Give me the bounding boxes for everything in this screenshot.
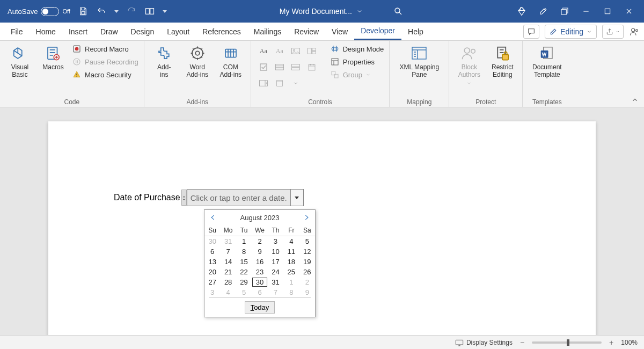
tab-insert[interactable]: Insert — [62, 23, 94, 40]
calendar-day[interactable]: 31 — [220, 236, 236, 246]
calendar-day[interactable]: 21 — [220, 267, 236, 277]
undo-icon[interactable] — [96, 6, 107, 17]
brush-icon[interactable] — [538, 6, 548, 17]
tab-developer[interactable]: Developer — [354, 23, 401, 40]
combo-box-cc-icon[interactable] — [273, 60, 287, 74]
editing-mode-button[interactable]: Editing — [545, 25, 597, 39]
zoom-slider[interactable] — [532, 341, 602, 344]
design-mode-button[interactable]: Design Mode — [330, 44, 384, 54]
zoom-out-button[interactable]: − — [520, 338, 524, 347]
calendar-day[interactable]: 16 — [252, 257, 267, 267]
calendar-day[interactable]: 6 — [204, 246, 220, 257]
tab-help[interactable]: Help — [401, 23, 430, 40]
calendar-day[interactable]: 30 — [204, 236, 220, 246]
calendar-day[interactable]: 20 — [204, 267, 220, 277]
tab-view[interactable]: View — [325, 23, 354, 40]
calendar-day[interactable]: 25 — [283, 267, 299, 277]
restore-down-icon[interactable] — [559, 6, 570, 17]
calendar-day[interactable]: 28 — [220, 277, 236, 287]
content-control-handle[interactable] — [181, 190, 187, 206]
calendar-day[interactable]: 7 — [220, 246, 236, 257]
document-page[interactable]: Date of Purchase Click or tap to enter a… — [48, 121, 596, 335]
checkbox-cc-icon[interactable] — [257, 60, 270, 74]
plain-text-cc-icon[interactable]: Aa — [273, 44, 287, 58]
calendar-day[interactable]: 8 — [236, 246, 252, 257]
calendar-day[interactable]: 2 — [252, 236, 267, 246]
calendar-day[interactable]: 18 — [283, 257, 299, 267]
tab-layout[interactable]: Layout — [160, 23, 196, 40]
quick-access-icon[interactable] — [144, 6, 155, 17]
macros-button[interactable]: Macros — [39, 43, 68, 71]
undo-caret-icon[interactable] — [114, 10, 119, 13]
calendar-day[interactable]: 15 — [236, 257, 252, 267]
calendar-day[interactable]: 6 — [252, 287, 267, 297]
calendar-day[interactable]: 5 — [299, 236, 315, 246]
record-macro-button[interactable]: Record Macro — [72, 44, 138, 54]
com-addins-button[interactable]: COM Add-ins — [216, 43, 245, 79]
tab-mailings[interactable]: Mailings — [247, 23, 288, 40]
dropdown-cc-icon[interactable] — [289, 60, 303, 74]
repeating-section-cc-icon[interactable] — [257, 76, 270, 90]
macro-security-button[interactable]: Macro Security — [72, 70, 138, 79]
properties-button[interactable]: Properties — [330, 57, 384, 67]
calendar-day[interactable]: 14 — [220, 257, 236, 267]
calendar-day[interactable]: 24 — [268, 267, 283, 277]
date-picker-cc-icon[interactable] — [305, 60, 319, 74]
calendar-day[interactable]: 30 — [252, 277, 267, 287]
tab-review[interactable]: Review — [288, 23, 325, 40]
share-button[interactable] — [602, 25, 624, 39]
legacy-tools-caret-icon[interactable] — [289, 76, 303, 90]
zoom-slider-thumb[interactable] — [567, 339, 569, 346]
comments-button[interactable] — [523, 25, 539, 39]
zoom-in-button[interactable]: + — [609, 338, 613, 347]
calendar-day[interactable]: 7 — [268, 287, 283, 297]
calendar-day[interactable]: 23 — [252, 267, 267, 277]
qat-caret-icon[interactable] — [163, 10, 167, 13]
persona-icon[interactable] — [629, 26, 640, 37]
tab-file[interactable]: File — [4, 23, 30, 40]
maximize-icon[interactable] — [602, 6, 613, 17]
date-picker-dropdown-button[interactable] — [291, 189, 304, 206]
save-icon[interactable] — [78, 6, 89, 17]
building-block-cc-icon[interactable] — [305, 44, 319, 58]
calendar-day[interactable]: 27 — [204, 277, 220, 287]
calendar-prev-button[interactable] — [209, 213, 217, 222]
addins-button[interactable]: Add- ins — [150, 43, 179, 79]
calendar-day[interactable]: 17 — [268, 257, 283, 267]
calendar-day[interactable]: 4 — [283, 236, 299, 246]
calendar-day[interactable]: 3 — [204, 287, 220, 297]
calendar-day[interactable]: 22 — [236, 267, 252, 277]
controls-gallery[interactable]: Aa Aa — [257, 43, 319, 90]
display-settings-button[interactable]: Display Settings — [455, 339, 513, 346]
calendar-day[interactable]: 9 — [299, 287, 315, 297]
redo-icon[interactable] — [126, 6, 137, 17]
autosave-toggle[interactable]: AutoSave Off — [8, 7, 70, 16]
calendar-day[interactable]: 5 — [236, 287, 252, 297]
close-icon[interactable] — [624, 6, 634, 17]
calendar-day[interactable]: 9 — [252, 246, 267, 257]
calendar-day[interactable]: 12 — [299, 246, 315, 257]
xml-mapping-pane-button[interactable]: XML Mapping Pane — [395, 43, 443, 79]
legacy-tools-icon[interactable] — [273, 76, 287, 90]
calendar-day[interactable]: 31 — [268, 277, 283, 287]
calendar-day[interactable]: 19 — [299, 257, 315, 267]
tab-home[interactable]: Home — [30, 23, 62, 40]
tab-references[interactable]: References — [196, 23, 247, 40]
calendar-day[interactable]: 3 — [268, 236, 283, 246]
minimize-icon[interactable] — [581, 6, 591, 17]
collapse-ribbon-button[interactable] — [631, 96, 639, 104]
calendar-day[interactable]: 29 — [236, 277, 252, 287]
calendar-day[interactable]: 10 — [268, 246, 283, 257]
restrict-editing-button[interactable]: Restrict Editing — [488, 43, 517, 79]
calendar-day[interactable]: 13 — [204, 257, 220, 267]
date-picker-content-control[interactable]: Click or tap to enter a date. — [187, 189, 291, 206]
calendar-today-button[interactable]: Today — [245, 301, 275, 314]
visual-basic-button[interactable]: Visual Basic — [5, 43, 34, 79]
diamond-icon[interactable] — [516, 6, 527, 17]
calendar-day[interactable]: 11 — [283, 246, 299, 257]
title-chevron-down-icon[interactable] — [356, 8, 363, 14]
calendar-next-button[interactable] — [302, 213, 311, 222]
tab-design[interactable]: Design — [125, 23, 161, 40]
picture-cc-icon[interactable] — [289, 44, 303, 58]
document-template-button[interactable]: Document Template — [528, 43, 566, 79]
